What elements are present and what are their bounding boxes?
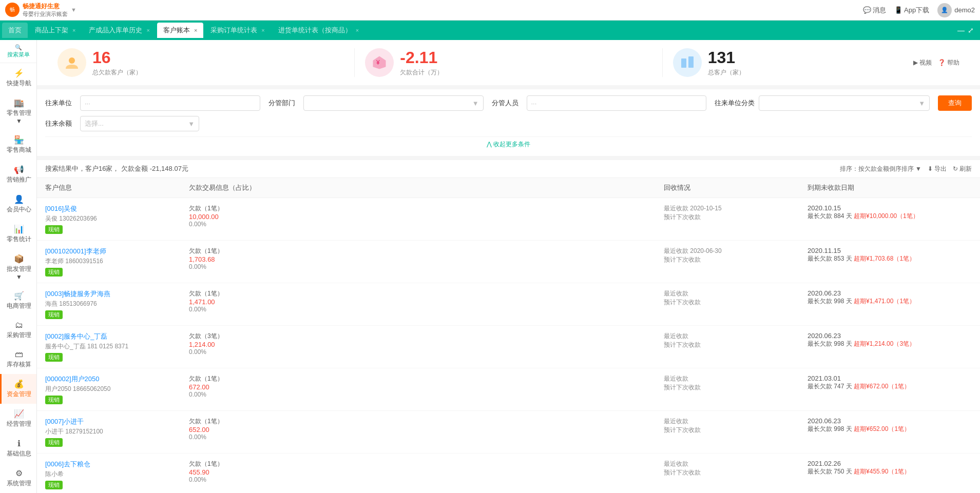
overdue-link-6[interactable]: 超期¥652.00（1笔） (854, 425, 910, 432)
balance-label: 往来余额 (45, 119, 76, 128)
customer-name-7[interactable]: [0006]去下粮仓 (45, 460, 189, 469)
dept-input[interactable]: ▼ (303, 95, 484, 111)
debt-amount-1: 10,000.00 (189, 213, 664, 221)
debt-percent-6: 0.00% (189, 433, 664, 441)
due-info-1: 2020.10.15 最长欠款 884 天 超期¥10,000.00（1笔） (808, 204, 972, 221)
person-label: 分管人员 (492, 98, 523, 108)
export-btn[interactable]: ⬇ 导出 (928, 165, 947, 173)
sidebar-item-marketing[interactable]: 📢 营销推广 (0, 160, 36, 189)
sidebar-item-purchase[interactable]: 🗂 采购管理 (0, 315, 36, 345)
sidebar-item-ecommerce[interactable]: 🛒 电商管理 (0, 286, 36, 315)
tab-home[interactable]: 首页 (2, 23, 28, 38)
source-unit-input[interactable]: ··· (80, 95, 260, 111)
source-unit-dots: ··· (85, 100, 90, 107)
message-btn[interactable]: 💬 消息 (863, 6, 886, 15)
app-download-btn[interactable]: 📱 App下载 (894, 6, 929, 15)
sidebar-item-system[interactable]: ⚙ 系统管理 (0, 463, 36, 493)
close-tab-purchase-stats[interactable]: × (261, 27, 264, 33)
balance-select[interactable]: 选择... ▼ (80, 116, 199, 131)
sidebar-item-retail-stats[interactable]: 📊 零售统计 (0, 219, 36, 249)
overdue-link-3[interactable]: 超期¥1,471.00（1笔） (854, 298, 915, 305)
customer-name-3[interactable]: [0003]畅捷服务尹海燕 (45, 289, 189, 299)
next-collect-4: 预计下次收款 (664, 341, 808, 349)
overdue-days-4: 最长欠款 998 天 超期¥1,214.00（3笔） (808, 340, 972, 348)
close-tab-purchase-product-stats[interactable]: × (356, 27, 359, 33)
close-tab-warehouse-history[interactable]: × (146, 27, 149, 33)
overdue-link-7[interactable]: 超期¥455.90（1笔） (854, 468, 910, 475)
overdue-days-3: 最长欠款 998 天 超期¥1,471.00（1笔） (808, 297, 972, 306)
sidebar-item-quick-nav[interactable]: ⚡ 快捷导航 (0, 63, 36, 93)
close-tab-product-listing[interactable]: × (72, 27, 75, 33)
tab-warehouse-history[interactable]: 产成品入库单历史 × (83, 23, 156, 38)
system-label: 系统管理 (7, 480, 31, 487)
customer-tag-5: 现销 (45, 396, 63, 404)
overdue-link-5[interactable]: 超期¥672.00（1笔） (854, 383, 910, 390)
person-dots: ··· (531, 100, 537, 107)
overdue-link-2[interactable]: 超期¥1,703.68（1笔） (854, 255, 915, 262)
sidebar-item-basic-info[interactable]: ℹ 基础信息 (0, 433, 36, 463)
view-video-btn[interactable]: ▶ 视频 (913, 58, 932, 67)
result-info: 搜索结果中，客户16家， 欠款金额 -21,148.07元 (45, 164, 188, 173)
sidebar: 🔍 搜索菜单 ⚡ 快捷导航 🏬 零售管理 ▼ 🏪 零售商城 📢 营销推广 👤 会… (0, 40, 37, 493)
collapse-bar[interactable]: ⋀ 收起更多条件 (45, 136, 972, 152)
sidebar-item-retail-mgmt[interactable]: 🏬 零售管理 ▼ (0, 93, 36, 130)
view-label: 视频 (919, 58, 932, 67)
user-avatar: 👤 (937, 3, 952, 17)
customer-name-6[interactable]: [0007]小进干 (45, 417, 189, 426)
export-icon: ⬇ (928, 165, 933, 172)
result-actions: 排序：按欠款金额倒序排序 ▼ ⬇ 导出 ↻ 刷新 (840, 165, 972, 173)
user-area[interactable]: 👤 demo2 (937, 3, 975, 17)
customer-name-1[interactable]: [0016]吴俊 (45, 204, 189, 213)
search-menu-btn[interactable]: 🔍 搜索菜单 (0, 40, 36, 63)
col-header-debt: 欠款交易信息（占比） (189, 183, 664, 192)
maximize-btn[interactable]: ⤢ (968, 26, 974, 34)
tab-product-listing[interactable]: 商品上下架 × (29, 23, 82, 38)
table-header: 客户信息 欠款交易信息（占比） 回收情况 到期未收款日期 (37, 178, 980, 198)
source-unit-label: 往来单位 (45, 98, 76, 108)
stat-icon-total (673, 48, 702, 77)
due-date-4: 2020.06.23 (808, 332, 972, 340)
tab-purchase-product-stats-label: 进货单统计表（按商品） (278, 26, 352, 35)
stat-right-actions: ▶ 视频 ❓ 帮助 (913, 58, 959, 67)
customer-tag-3: 现销 (45, 310, 63, 319)
debt-count-7: 欠款（1笔） (189, 460, 664, 468)
table-row: [0006]去下粮仓 陈小希 现销 欠款（1笔） 455.90 0.00% 最近… (37, 453, 980, 493)
search-button[interactable]: 查询 (938, 95, 972, 111)
purchase-label: 采购管理 (7, 331, 31, 339)
help-btn[interactable]: ❓ 帮助 (938, 58, 959, 67)
refresh-btn[interactable]: ↻ 刷新 (953, 165, 972, 173)
overdue-link-1[interactable]: 超期¥10,000.00（1笔） (854, 212, 919, 220)
sidebar-item-member[interactable]: 👤 会员中心 (0, 189, 36, 219)
sidebar-item-wholesale[interactable]: 📦 批发管理 ▼ (0, 249, 36, 286)
customer-name-2[interactable]: [0001020001]李老师 (45, 247, 189, 256)
customer-name-5[interactable]: [000002]用户2050 (45, 374, 189, 384)
overdue-link-4[interactable]: 超期¥1,214.00（3笔） (854, 340, 915, 347)
stat-card-customers: 16 总欠款客户（家） (47, 48, 355, 77)
person-input[interactable]: ··· (527, 95, 707, 111)
minimize-btn[interactable]: — (957, 26, 965, 34)
sidebar-item-operations[interactable]: 📈 经营管理 (0, 404, 36, 433)
customer-name-4[interactable]: [0002]服务中心_丁磊 (45, 332, 189, 341)
collection-info-4: 最近收款 预计下次收款 (664, 332, 808, 349)
stat-label-customers: 总欠款客户（家） (92, 68, 344, 77)
company-dropdown-icon[interactable]: ▼ (71, 7, 76, 13)
due-info-6: 2020.06.23 最长欠款 998 天 超期¥652.00（1笔） (808, 417, 972, 433)
debt-amount-2: 1,703.68 (189, 255, 664, 263)
tab-purchase-product-stats[interactable]: 进货单统计表（按商品） × (272, 23, 365, 38)
sidebar-item-inventory[interactable]: 🗃 库存核算 (0, 345, 36, 374)
next-collect-2: 预计下次收款 (664, 255, 808, 264)
collapse-icon: ⋀ (487, 141, 492, 148)
sort-dropdown[interactable]: 排序：按欠款金额倒序排序 ▼ (840, 165, 921, 173)
sidebar-item-finance[interactable]: 💰 资金管理 (0, 374, 36, 404)
close-tab-customer-account[interactable]: × (194, 27, 197, 33)
unit-type-input[interactable]: ▼ (759, 95, 930, 111)
last-collect-4: 最近收款 (664, 332, 808, 341)
top-bar: 畅 畅捷通好生意 母婴行业演示账套 ▼ 💬 消息 📱 App下载 👤 demo2 (0, 0, 980, 21)
help-label: 帮助 (947, 58, 959, 67)
table-row: [0001020001]李老师 李老师 18600391516 现销 欠款（1笔… (37, 241, 980, 283)
sidebar-item-retail-mall[interactable]: 🏪 零售商城 (0, 130, 36, 160)
filter-person: 分管人员 ··· (492, 95, 707, 111)
tab-customer-account[interactable]: 客户账本 × (157, 23, 203, 38)
filter-dept: 分管部门 ▼ (268, 95, 484, 111)
tab-purchase-stats[interactable]: 采购订单统计表 × (204, 23, 271, 38)
